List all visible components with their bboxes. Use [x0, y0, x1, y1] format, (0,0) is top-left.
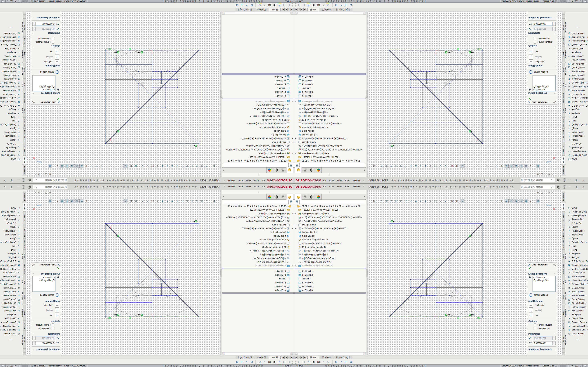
tree-row-sketch5[interactable]: (-)Sketch5 — [294, 281, 366, 284]
tool-line[interactable]: ╱Line — [0, 119, 22, 123]
tool-perimeter-circle[interactable]: ⊙Perimeter Circle — [0, 153, 22, 157]
section-parameters[interactable]: Parameters⌃ — [31, 332, 61, 336]
ink-toolbar-button[interactable]: ⊡ — [344, 3, 348, 7]
palette-tab-mesh-modeling[interactable]: Mesh Modeling — [562, 288, 565, 304]
tree-row[interactable]: ○25ЗЕ╬◦ж◉ΛАФ○◎○ФАΛ◉ж◦╬ЗЕ25○ — [294, 208, 366, 212]
feature-manager-header[interactable] — [294, 173, 366, 177]
tab-configurationmanager[interactable] — [273, 194, 280, 200]
accept-checkmark-icon[interactable]: ✔ — [527, 97, 557, 100]
tool-corner-rectangle[interactable]: ▭Corner Rectangle — [0, 267, 22, 271]
vertical-icon[interactable]: ❘ — [55, 308, 59, 312]
tool-linear-sketch-pattern[interactable]: ⊞Linear Sketch Pattern — [566, 85, 588, 89]
ink-toolbar-button[interactable]: ◔ — [245, 360, 249, 364]
pin-icon[interactable] — [222, 185, 225, 188]
add-relation-fix[interactable]: ⚓Fix — [31, 313, 61, 317]
tool-ellipse[interactable]: ⬭Ellipse — [0, 225, 22, 229]
length-spinner[interactable]: ▲▼ — [32, 27, 35, 31]
scroll-left-icon[interactable]: ◀ — [291, 12, 294, 15]
option-infinite-length[interactable]: Infinite length — [31, 37, 61, 40]
search-box[interactable]: ⌕ ▾ — [33, 178, 68, 182]
menu-window[interactable]: Window — [227, 185, 236, 188]
palette-tab-markup[interactable]: Markup — [23, 321, 26, 330]
filter-funnel-icon[interactable] — [289, 200, 293, 204]
tool-3-point-center-recta-[interactable]: ◈3 Point Center Recta... — [0, 104, 22, 108]
minimize-button[interactable]: – — [15, 178, 20, 183]
tree-row[interactable]: ○25╬ЗЕ25○ИN◉◦╬ЭСЗЕNЗЕ25○◎○25ЗЕNЗЕЭС╬◦◉NИ… — [294, 216, 366, 219]
tool-linear-sketch-pattern[interactable]: ⊞Linear Sketch Pattern — [566, 278, 588, 282]
section-additional-parameters[interactable]: Additional Parameters⌄ — [527, 347, 557, 351]
tree-row[interactable]: Surface Bodies — [294, 133, 366, 137]
expand-arrow-icon[interactable]: ▶ — [292, 138, 293, 140]
tree-horizontal-scrollbar[interactable]: ◀ ▶ — [222, 352, 294, 355]
tool-offset-entities[interactable]: ⊏Offset Entities — [0, 32, 22, 35]
quick-access-toolbar[interactable]: ◉ ЗЕ ◉ Ш ◉ ◉ ◉ ╬ ◉ ЭС ◉ ЗЕ ◉ · ◉ 25 ◉ ж … — [391, 186, 518, 188]
tool-rotate-entities[interactable]: ↻Rotate Entities — [0, 294, 22, 297]
tool-tangent-arc[interactable]: ◡Tangent Arc — [0, 217, 22, 221]
tree-row[interactable]: ○╬зЭС∙ж○ж◉[○◎○]◉ж○ж∙ЭСз╬○ — [222, 107, 294, 111]
tool-perimeter-circle[interactable]: ⊙Perimeter Circle — [566, 153, 588, 157]
expand-arrow-icon[interactable]: ▶ — [292, 224, 293, 226]
angle-spinner[interactable]: ▲▼ — [553, 341, 556, 345]
palette-expand-icon[interactable]: ∨∨ — [566, 26, 588, 28]
tree-row[interactable]: ▶Design Binder — [294, 223, 366, 226]
tool-offset-entities[interactable]: ⊏Offset Entities — [0, 332, 22, 335]
palette-tab-sketch[interactable]: Sketch — [562, 155, 565, 165]
tree-row-root[interactable]: тЯPDL2.◉ ЗЕ ◉ Ш ◉ ◉ ◉ ╬ ◉ ЭС ◉ ЗЕ ◉ · ◉ … — [222, 159, 294, 163]
tool-partial-ellipse[interactable]: ◖Partial Ellipse — [0, 229, 22, 233]
ink-toolbar-button[interactable]: ◔ — [339, 3, 343, 7]
expand-arrow-icon[interactable]: ▶ — [292, 227, 293, 229]
tool-silhouette-entities[interactable]: ◍Silhouette Entities — [0, 328, 22, 332]
palette-tab--[interactable]: : — [562, 349, 565, 353]
horizontal-icon[interactable]: — — [529, 303, 533, 308]
tree-row-root[interactable]: тЯPDL2.◉ ЗЕ ◉ Ш ◉ ◉ ◉ ╬ ◉ ЭС ◉ ЗЕ ◉ · ◉ … — [294, 204, 366, 208]
menu-edit[interactable]: Edit — [322, 185, 327, 188]
tool-silhouette-entities[interactable]: ◍Silhouette Entities — [566, 328, 588, 332]
tool-rotate-entities[interactable]: ↻Rotate Entities — [566, 70, 588, 73]
doc-tab-motion-study-1[interactable]: Motion Study 1 — [235, 8, 254, 11]
tool-linear-sketch-pattern[interactable]: ⊞Linear Sketch Pattern — [0, 85, 22, 89]
menu-insert[interactable]: Insert — [245, 179, 252, 182]
tool-tangent-arc[interactable]: ◡Tangent Arc — [0, 146, 22, 150]
tree-row[interactable]: ○ИN◦ЭС◦ж◉○◎○◉ж◦ЭС◦NИ○ — [222, 103, 294, 107]
palette-tab-markup[interactable]: Markup — [23, 37, 26, 46]
palette-tab-direct-editing[interactable]: Direct Editing — [23, 128, 26, 144]
menu-file[interactable]: File — [316, 179, 320, 182]
tree-row[interactable]: ○25╬ЗЕ25○ИN◉◦╬ЭСЗЕNЗЕ25○◎○25ЗЕNЗЕЭС╬◦◉NИ… — [222, 148, 294, 151]
tool-ellipse[interactable]: ⬭Ellipse — [566, 138, 588, 142]
ink-toolbar-button[interactable]: ⊚ — [334, 360, 338, 364]
section-parameters[interactable]: Parameters⌃ — [527, 332, 557, 336]
angle-spinner[interactable]: ▲▼ — [553, 22, 556, 26]
palette-tab-mbd-dimensions[interactable]: MBD Dimensions — [23, 18, 26, 36]
restore-button[interactable]: ⧉ — [9, 178, 14, 183]
tree-row-sketch4[interactable]: (-)Sketch4 — [294, 79, 366, 83]
tool-extend-entities[interactable]: ⊺Extend Entities — [0, 305, 22, 309]
tabs-overflow-icon[interactable]: › — [223, 195, 224, 198]
tree-row[interactable]: Σ○25ИN◉◦╬А∪³ЗЕ○◎○ЗЕ³∪А╬◦◉NИ25○ — [294, 242, 366, 245]
ink-toolbar-button[interactable]: ◨ — [282, 3, 286, 7]
section-options[interactable]: Options⌃ — [31, 44, 61, 48]
fix-icon[interactable]: ⚓ — [529, 50, 533, 54]
tool-stretch-entities[interactable]: ◳Stretch Entities — [0, 301, 22, 305]
tree-filter-input[interactable] — [223, 200, 289, 204]
tabs-overflow-icon[interactable]: › — [364, 169, 365, 172]
tool-partial-ellipse[interactable]: ◖Partial Ellipse — [566, 134, 588, 138]
tree-row[interactable]: Material < not specified > — [222, 118, 294, 122]
tool-centerpoint-arc[interactable]: ◠Centerpoint Arc — [566, 150, 588, 153]
palette-tab-surfaces[interactable]: Surfaces — [23, 212, 26, 223]
tree-row[interactable]: Material < not specified > — [294, 118, 366, 122]
search-box[interactable]: ⌕ ▾ — [520, 185, 555, 189]
feature-manager-header[interactable] — [294, 190, 366, 194]
search-icon[interactable]: ⌕ — [35, 186, 37, 188]
tool-parallelogram[interactable]: ▱Parallelogram — [0, 92, 22, 96]
ink-toolbar-button[interactable]: ∟ — [326, 359, 331, 364]
add-relation-vertical[interactable]: ❘Vertical — [527, 308, 557, 313]
tool-copy-entities[interactable]: ⧉Copy Entities — [0, 77, 22, 81]
tree-row[interactable]: ▶○Λж◉╬25◦з○◎○з◦25╬◉жΛ○ — [222, 212, 294, 216]
angle-value-field[interactable]: 0.00000000° — [533, 341, 552, 345]
panel-splitter-handle[interactable] — [366, 269, 368, 277]
quick-access-toolbar[interactable]: ◉ ЗЕ ◉ Ш ◉ ◉ ◉ ╬ ◉ ЭС ◉ ЗЕ ◉ · ◉ 25 ◉ ж … — [391, 179, 518, 181]
ink-toolbar-button[interactable]: ⊡ — [344, 360, 348, 364]
expand-arrow-icon[interactable]: ▶ — [292, 141, 293, 143]
tree-row[interactable]: ○25∙∩ж∙АМ○◎○МА∙ж∩∙25○ — [222, 125, 294, 129]
tab-featuremanager[interactable] — [286, 194, 293, 200]
